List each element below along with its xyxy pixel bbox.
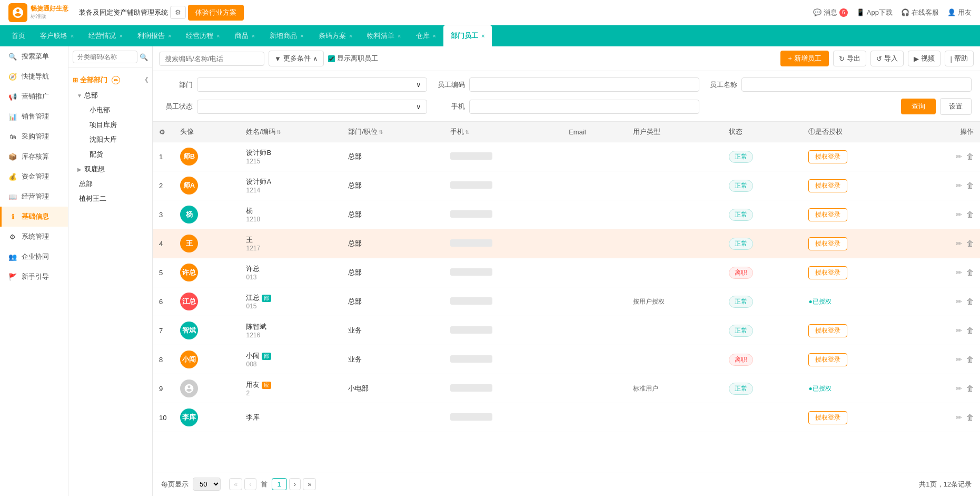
- sidebar-item-基础信息[interactable]: ℹ基础信息: [0, 207, 68, 227]
- edit-button[interactable]: ✏: [956, 326, 962, 335]
- nav-tab-物料清单[interactable]: 物料清单×: [360, 25, 408, 46]
- th-phone[interactable]: 手机⇅: [444, 122, 562, 142]
- nav-tab-经营情况[interactable]: 经营情况×: [81, 25, 130, 46]
- sidebar-item-系统管理[interactable]: ⚙系统管理: [0, 227, 68, 247]
- help-button[interactable]: | 帮助: [945, 51, 974, 66]
- edit-button[interactable]: ✏: [956, 297, 962, 306]
- sidebar-item-经营管理[interactable]: 📖经营管理: [0, 187, 68, 207]
- dept-item-zongbu2[interactable]: 总部: [68, 177, 152, 191]
- dept-item-xiangmu[interactable]: 项目库房: [79, 118, 152, 132]
- nav-tab-客户联络[interactable]: 客户联络×: [33, 25, 81, 46]
- set-button[interactable]: 设置: [940, 98, 972, 115]
- next-page-button[interactable]: ›: [289, 478, 301, 490]
- auth-login-button[interactable]: 授权登录: [808, 208, 847, 221]
- nav-tab-首页[interactable]: 首页: [4, 25, 33, 46]
- phone-input[interactable]: [469, 100, 699, 114]
- tab-close-icon[interactable]: ×: [168, 33, 171, 39]
- auth-login-button[interactable]: 授权登录: [808, 237, 847, 250]
- emp-code-input[interactable]: [469, 77, 699, 92]
- dept-item-zhishu[interactable]: 植树王二: [68, 191, 152, 206]
- auth-login-button[interactable]: 授权登录: [808, 411, 847, 424]
- nav-tab-部门员工[interactable]: 部门员工×: [443, 25, 492, 46]
- export-button[interactable]: ↻ 导出: [833, 51, 866, 66]
- auth-login-button[interactable]: 授权登录: [808, 353, 847, 366]
- online-service-item[interactable]: 🎧 在线客服: [901, 8, 939, 17]
- dept-group-header-zongbu[interactable]: ▼ 总部: [73, 88, 152, 103]
- sidebar-item-营销推广[interactable]: 📢营销推广: [0, 86, 68, 106]
- emp-status-select[interactable]: ∨: [197, 100, 427, 114]
- last-page-button[interactable]: »: [303, 478, 316, 490]
- show-resigned-checkbox[interactable]: [328, 55, 335, 62]
- sidebar-item-资金管理[interactable]: 💰资金管理: [0, 167, 68, 187]
- delete-button[interactable]: 🗑: [966, 297, 974, 306]
- dept-item-peihuo[interactable]: 配货: [79, 147, 152, 162]
- sidebar-item-企业协同[interactable]: 👥企业协同: [0, 247, 68, 267]
- delete-button[interactable]: 🗑: [966, 239, 974, 248]
- all-dept-header[interactable]: ⊞ 全部部门 ✏ 《: [68, 72, 152, 88]
- delete-button[interactable]: 🗑: [966, 268, 974, 277]
- emp-name-input[interactable]: [741, 77, 972, 92]
- dept-filter-select[interactable]: ∨: [197, 77, 427, 92]
- th-settings[interactable]: ⚙: [153, 122, 174, 142]
- tab-close-icon[interactable]: ×: [481, 33, 484, 39]
- app-download-item[interactable]: 📱 App下载: [856, 8, 893, 17]
- delete-button[interactable]: 🗑: [966, 355, 974, 364]
- tab-close-icon[interactable]: ×: [252, 33, 255, 39]
- experience-button[interactable]: 体验行业方案: [188, 5, 244, 21]
- delete-button[interactable]: 🗑: [966, 152, 974, 161]
- dept-item-shenyang[interactable]: 沈阳大库: [79, 132, 152, 147]
- dept-group-header-shuanglu[interactable]: ▶ 双鹿想: [73, 162, 152, 177]
- prev-page-button[interactable]: ‹: [244, 478, 256, 490]
- employee-search-input[interactable]: [159, 52, 264, 66]
- tab-close-icon[interactable]: ×: [349, 33, 352, 39]
- th-name-code[interactable]: 姓名/编码⇅: [240, 122, 342, 142]
- message-item[interactable]: 💬 消息 6: [813, 8, 848, 17]
- edit-button[interactable]: ✏: [956, 268, 962, 277]
- nav-tab-经营历程[interactable]: 经营历程×: [179, 25, 227, 46]
- import-button[interactable]: ↺ 导入: [870, 51, 904, 66]
- edit-button[interactable]: ✏: [956, 239, 962, 248]
- tab-close-icon[interactable]: ×: [216, 33, 220, 39]
- delete-button[interactable]: 🗑: [966, 384, 974, 393]
- dept-item-xiaodian[interactable]: 小电部: [79, 103, 152, 118]
- th-dept[interactable]: 部门/职位⇅: [342, 122, 444, 142]
- user-item[interactable]: 👤 用友: [947, 8, 972, 17]
- collapse-dept-icon[interactable]: 《: [142, 76, 148, 85]
- page-size-select[interactable]: 50: [193, 478, 221, 491]
- delete-button[interactable]: 🗑: [966, 210, 974, 219]
- dept-search-input[interactable]: [73, 51, 137, 63]
- nav-tab-仓库[interactable]: 仓库×: [409, 25, 443, 46]
- sidebar-item-采购管理[interactable]: 🛍采购管理: [0, 127, 68, 147]
- add-employee-button[interactable]: + 新增员工: [780, 51, 828, 66]
- sidebar-item-快捷导航[interactable]: 🧭快捷导航: [0, 66, 68, 86]
- query-button[interactable]: 查询: [901, 99, 936, 114]
- auth-login-button[interactable]: 授权登录: [808, 324, 847, 337]
- edit-dept-icon[interactable]: ✏: [112, 76, 120, 84]
- sidebar-item-新手引导[interactable]: 🚩新手引导: [0, 267, 68, 287]
- tab-close-icon[interactable]: ×: [71, 33, 74, 39]
- first-page-button[interactable]: «: [229, 478, 242, 490]
- view-button[interactable]: ▶ 视频: [908, 51, 941, 66]
- auth-login-button[interactable]: 授权登录: [808, 179, 847, 192]
- settings-button[interactable]: ⚙: [170, 6, 186, 19]
- delete-button[interactable]: 🗑: [966, 326, 974, 335]
- more-conditions-button[interactable]: ▼ 更多条件 ∧: [269, 51, 324, 66]
- auth-login-button[interactable]: 授权登录: [808, 266, 847, 279]
- edit-button[interactable]: ✏: [956, 355, 962, 364]
- tab-close-icon[interactable]: ×: [433, 33, 436, 39]
- show-resigned-label[interactable]: 显示离职员工: [328, 54, 378, 63]
- edit-button[interactable]: ✏: [956, 181, 962, 190]
- auth-login-button[interactable]: 授权登录: [808, 150, 847, 163]
- tab-close-icon[interactable]: ×: [398, 33, 401, 39]
- delete-button[interactable]: 🗑: [966, 413, 974, 422]
- edit-button[interactable]: ✏: [956, 152, 962, 161]
- nav-tab-利润报告[interactable]: 利润报告×: [130, 25, 179, 46]
- delete-button[interactable]: 🗑: [966, 181, 974, 190]
- sidebar-search-row[interactable]: 🔍搜索菜单: [0, 46, 68, 66]
- nav-tab-新增商品[interactable]: 新增商品×: [262, 25, 311, 46]
- sidebar-item-销售管理[interactable]: 📊销售管理: [0, 106, 68, 127]
- nav-tab-条码方案[interactable]: 条码方案×: [311, 25, 360, 46]
- tab-close-icon[interactable]: ×: [300, 33, 303, 39]
- nav-tab-商品[interactable]: 商品×: [227, 25, 262, 46]
- edit-button[interactable]: ✏: [956, 384, 962, 393]
